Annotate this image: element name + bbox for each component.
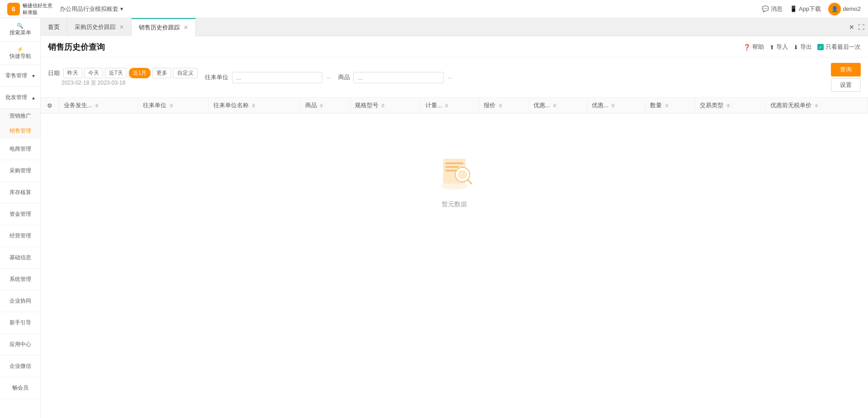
export-button[interactable]: ⬇ 导出 bbox=[793, 43, 812, 51]
query-button[interactable]: 查询 bbox=[831, 63, 861, 76]
col-qty[interactable]: 数量 bbox=[646, 98, 695, 114]
product-filter-group: 商品 ··· bbox=[338, 72, 453, 83]
page-header: 销售历史价查询 ❓ 帮助 ⬆ 导入 ⬇ 导出 ✓ bbox=[41, 36, 868, 57]
date-label: 日期 bbox=[48, 69, 60, 77]
customer-label: 往来单位 bbox=[205, 73, 228, 81]
col-discount1[interactable]: 优惠... bbox=[528, 98, 587, 114]
col-product[interactable]: 商品 bbox=[300, 98, 350, 114]
col-trade-type[interactable]: 交易类型 bbox=[695, 98, 765, 114]
sidebar-label-app-center: 应用中心 bbox=[9, 341, 31, 348]
sidebar-label-wholesale-mgmt: 批发管理 bbox=[5, 94, 27, 101]
customer-dots[interactable]: ··· bbox=[326, 74, 331, 81]
sidebar-item-guide[interactable]: 新手引导 bbox=[0, 312, 40, 334]
tab-sales-history[interactable]: 销售历史价跟踪 ✕ bbox=[132, 18, 196, 36]
sidebar-item-quick-nav[interactable]: ⚡ 快捷导航 bbox=[0, 42, 40, 65]
col-partner-name[interactable]: 往来单位名称 bbox=[209, 98, 301, 114]
sidebar-label-purchase-mgmt: 采购管理 bbox=[9, 167, 31, 175]
date-btn-yesterday[interactable]: 昨天 bbox=[63, 68, 82, 78]
empty-illustration bbox=[432, 150, 477, 195]
sidebar-item-basic-info[interactable]: 基础信息 bbox=[0, 247, 40, 269]
sidebar-item-vip[interactable]: 畅会员 bbox=[0, 377, 40, 399]
logo-line2: 标准版 bbox=[23, 9, 52, 15]
date-range-display: 2023-02-18 至 2023-03-18 bbox=[61, 79, 198, 87]
download-icon: 📱 bbox=[790, 5, 797, 12]
sidebar-label-basic-info: 基础信息 bbox=[9, 254, 31, 261]
header-left: 6 畅捷信好生意 标准版 办公用品行业模拟账套 ▾ bbox=[7, 2, 127, 15]
tab-home[interactable]: 首页 bbox=[41, 18, 67, 36]
sort-qty bbox=[665, 104, 669, 108]
data-table: ⚙ 业务发生... 往来单位 往来单位名称 bbox=[41, 98, 868, 114]
tab-sales-close[interactable]: ✕ bbox=[184, 24, 188, 31]
product-dots[interactable]: ··· bbox=[448, 74, 453, 81]
help-button[interactable]: ❓ 帮助 bbox=[743, 43, 764, 51]
avatar: 👤 bbox=[828, 3, 841, 15]
settings-button[interactable]: 设置 bbox=[831, 78, 861, 92]
sidebar-item-purchase-mgmt[interactable]: 采购管理 bbox=[0, 160, 40, 182]
date-filter-group: 日期 昨天 今天 近7天 近1月 更多 自定义 2023-02-18 至 202… bbox=[48, 68, 198, 87]
sort-product bbox=[320, 104, 323, 108]
sidebar-label-ecom-mgmt: 电商管理 bbox=[9, 145, 31, 153]
sidebar-item-inventory[interactable]: 库存核算 bbox=[0, 182, 40, 204]
sidebar-item-sales-mgmt[interactable]: 销售管理 bbox=[0, 124, 40, 138]
tab-sales-label: 销售历史价跟踪 bbox=[139, 24, 180, 32]
product-label: 商品 bbox=[338, 73, 350, 81]
user-menu[interactable]: 👤 demo2 bbox=[828, 3, 861, 15]
logo-text: 畅捷信好生意 标准版 bbox=[23, 2, 52, 15]
col-settings[interactable]: ⚙ bbox=[41, 98, 59, 114]
date-btn-1month[interactable]: 近1月 bbox=[129, 68, 151, 78]
sidebar-item-ecom-mgmt[interactable]: 电商管理 bbox=[0, 138, 40, 160]
import-button[interactable]: ⬆ 导入 bbox=[769, 43, 788, 51]
sidebar-item-ops-mgmt[interactable]: 经营管理 bbox=[0, 225, 40, 247]
date-shortcuts: 昨天 今天 近7天 近1月 更多 自定义 bbox=[63, 68, 198, 78]
date-btn-custom[interactable]: 自定义 bbox=[173, 68, 198, 78]
header-right: 💬 消息 📱 App下载 👤 demo2 bbox=[762, 3, 861, 15]
sidebar-item-sales-promo[interactable]: 营销推广 bbox=[0, 109, 40, 124]
date-btn-today[interactable]: 今天 bbox=[84, 68, 103, 78]
sidebar-item-system-mgmt[interactable]: 系统管理 bbox=[0, 269, 40, 290]
chevron-down-icon: ▾ bbox=[120, 5, 123, 12]
sort-trade-type bbox=[726, 104, 730, 108]
message-icon: 💬 bbox=[762, 5, 769, 12]
sidebar-item-app-center[interactable]: 应用中心 bbox=[0, 334, 40, 356]
tab-purchase-history[interactable]: 采购历史价跟踪 ✕ bbox=[67, 18, 132, 36]
svg-rect-2 bbox=[445, 162, 463, 164]
sidebar-label-inventory: 库存核算 bbox=[9, 189, 31, 196]
sidebar-label-vip: 畅会员 bbox=[12, 384, 28, 392]
logo-icon: 6 bbox=[7, 3, 20, 15]
tab-purchase-close[interactable]: ✕ bbox=[119, 24, 124, 30]
avatar-icon: 👤 bbox=[831, 6, 838, 12]
sidebar-item-search-menu[interactable]: 🔍 搜索菜单 bbox=[0, 18, 40, 42]
col-spec[interactable]: 规格型号 bbox=[350, 98, 420, 114]
sort-partner-code bbox=[170, 104, 173, 108]
date-btn-more[interactable]: 更多 bbox=[152, 68, 171, 78]
sort-unit bbox=[445, 104, 448, 108]
tab-close-all-button[interactable]: ✕ bbox=[849, 24, 854, 31]
col-biz-date[interactable]: 业务发生... bbox=[59, 98, 138, 114]
col-price[interactable]: 报价 bbox=[479, 98, 528, 114]
app-download-button[interactable]: 📱 App下载 bbox=[790, 5, 821, 13]
sidebar-label-retail-mgmt: 零售管理 bbox=[5, 72, 27, 80]
tab-bar: 首页 采购历史价跟踪 ✕ 销售历史价跟踪 ✕ ✕ ⛶ bbox=[41, 18, 868, 36]
date-btn-7days[interactable]: 近7天 bbox=[105, 68, 127, 78]
logo-line1: 畅捷信好生意 bbox=[23, 2, 52, 9]
page-actions: ❓ 帮助 ⬆ 导入 ⬇ 导出 ✓ 只看最后一次 bbox=[743, 43, 861, 51]
tab-purchase-label: 采购历史价跟踪 bbox=[75, 23, 116, 31]
app-download-label: App下载 bbox=[799, 5, 821, 13]
sidebar-item-retail-mgmt[interactable]: 零售管理 ▾ bbox=[0, 65, 40, 87]
sidebar-item-corp-wechat[interactable]: 企业微信 bbox=[0, 356, 40, 377]
sidebar-item-wholesale-mgmt[interactable]: 批发管理 ▴ bbox=[0, 87, 40, 109]
col-unit[interactable]: 计量... bbox=[420, 98, 479, 114]
product-input[interactable] bbox=[354, 72, 444, 83]
sidebar-item-enterprise[interactable]: 企业协同 bbox=[0, 290, 40, 312]
col-pretax-price[interactable]: 优惠前无税单价 bbox=[766, 98, 868, 114]
message-button[interactable]: 💬 消息 bbox=[762, 5, 783, 13]
view-last-checkbox[interactable]: ✓ 只看最后一次 bbox=[817, 43, 861, 51]
tab-expand-button[interactable]: ⛶ bbox=[858, 24, 864, 31]
sidebar-item-finance[interactable]: 资金管理 bbox=[0, 204, 40, 225]
table-container: ⚙ 业务发生... 往来单位 往来单位名称 bbox=[41, 98, 868, 418]
sidebar-label-guide: 新手引导 bbox=[9, 319, 31, 327]
col-partner-code[interactable]: 往来单位 bbox=[138, 98, 209, 114]
customer-input[interactable] bbox=[232, 72, 322, 83]
app-selector[interactable]: 办公用品行业模拟账套 ▾ bbox=[56, 5, 127, 13]
col-discount2[interactable]: 优惠... bbox=[587, 98, 645, 114]
